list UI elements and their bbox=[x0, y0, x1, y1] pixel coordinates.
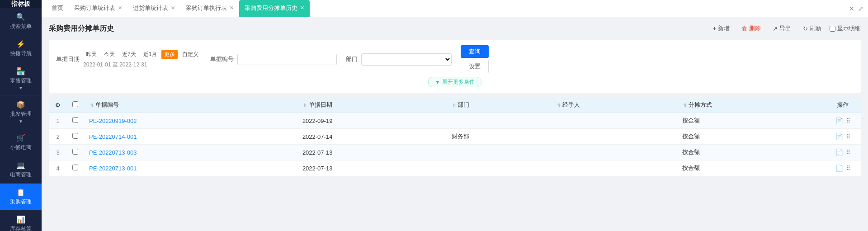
doc-no-link[interactable]: PE-20220713-003 bbox=[89, 149, 137, 156]
td-handler bbox=[551, 113, 677, 129]
sidebar-item-label: 批发管理 bbox=[0, 110, 42, 118]
doc-no-link[interactable]: PE-20220713-001 bbox=[89, 165, 137, 172]
td-ops: 📄 ⠿ bbox=[825, 113, 861, 129]
delete-button[interactable]: 🗑 删除 bbox=[738, 23, 764, 34]
show-col-label: 显示明细 bbox=[837, 24, 861, 33]
td-handler bbox=[551, 129, 677, 145]
tab-close-icon[interactable]: ✕ bbox=[230, 5, 234, 11]
td-dept bbox=[446, 160, 551, 176]
sort-icon: ⇅ bbox=[453, 103, 456, 108]
td-split-method: 按金额 bbox=[677, 145, 825, 160]
expand-more-button[interactable]: ▼ 展开更多条件 bbox=[428, 77, 481, 87]
row-checkbox[interactable] bbox=[72, 133, 78, 139]
page-header: 采购费用分摊单历史 + 新增 🗑 删除 ↗ 导出 ↻ 刷新 显示明细 bbox=[49, 23, 861, 34]
wholesale-icon: 📦 bbox=[16, 101, 25, 108]
table-row: 3 PE-20220713-003 2022-07-13 按金额 📄 ⠿ bbox=[49, 145, 861, 160]
td-dept bbox=[446, 145, 551, 160]
inventory-icon: 📊 bbox=[16, 216, 25, 223]
new-button[interactable]: + 新增 bbox=[709, 23, 733, 34]
sidebar-logo: 指标板 bbox=[0, 0, 42, 8]
shortcut-7days[interactable]: 近7天 bbox=[119, 50, 139, 59]
doc-no-link[interactable]: PE-20220919-002 bbox=[89, 118, 137, 124]
close-window-icon[interactable]: ✕ bbox=[849, 5, 854, 12]
tab-close-icon[interactable]: ✕ bbox=[171, 5, 175, 11]
page-title: 采购费用分摊单历史 bbox=[49, 24, 114, 33]
show-col-checkbox[interactable] bbox=[830, 26, 835, 32]
table-header-row: ⚙ ⇅ 单据编号 ⇅ 单据日期 bbox=[49, 97, 861, 113]
sidebar-item-nav[interactable]: ⚡ 快捷导航 bbox=[0, 35, 42, 62]
edit-icon[interactable]: 📄 bbox=[835, 149, 843, 156]
main-area: 首页 采购订单统计表 ✕ 进货单统计表 ✕ 采购订单执行表 ✕ 采购费用分摊单历… bbox=[42, 0, 868, 231]
maximize-icon[interactable]: ⤢ bbox=[858, 5, 863, 12]
shortcut-custom[interactable]: 自定义 bbox=[179, 50, 201, 59]
tab-cost-history[interactable]: 采购费用分摊单历史 ✕ bbox=[239, 0, 310, 17]
td-date: 2022-09-19 bbox=[297, 113, 446, 129]
purchase-icon: 📋 bbox=[16, 189, 25, 196]
ecom-mgmt-icon: 💻 bbox=[16, 161, 25, 169]
sidebar-item-label: 小畅电商 bbox=[0, 144, 42, 151]
shortcut-yesterday[interactable]: 昨天 bbox=[83, 50, 99, 59]
td-doc-no: PE-20220714-001 bbox=[84, 129, 297, 145]
sidebar-item-ecom-mgmt[interactable]: 💻 电商管理 bbox=[0, 156, 42, 184]
tab-purchase-exec[interactable]: 采购订单执行表 ✕ bbox=[180, 0, 239, 17]
sidebar-item-purchase[interactable]: 📋 采购管理 bbox=[0, 184, 42, 211]
tab-label: 进货单统计表 bbox=[133, 4, 168, 12]
tab-close-icon[interactable]: ✕ bbox=[118, 5, 122, 11]
more-icon[interactable]: ⠿ bbox=[846, 165, 850, 172]
show-col-checkbox-group: 显示明细 bbox=[830, 24, 861, 33]
th-checkbox bbox=[67, 97, 84, 113]
tab-label: 采购费用分摊单历史 bbox=[245, 4, 297, 12]
td-ops: 📄 ⠿ bbox=[825, 145, 861, 160]
tab-label: 采购订单执行表 bbox=[186, 4, 227, 12]
row-checkbox[interactable] bbox=[72, 149, 78, 155]
data-table: ⚙ ⇅ 单据编号 ⇅ 单据日期 bbox=[49, 97, 861, 176]
refresh-button[interactable]: ↻ 刷新 bbox=[799, 23, 825, 34]
more-icon[interactable]: ⠿ bbox=[846, 133, 850, 140]
shortcut-more[interactable]: 更多 bbox=[161, 50, 178, 59]
filter-area: 单据日期 昨天 今天 近7天 近1月 更多 自定义 2022-01-01 至 2… bbox=[49, 40, 861, 93]
tab-bar: 首页 采购订单统计表 ✕ 进货单统计表 ✕ 采购订单执行表 ✕ 采购费用分摊单历… bbox=[42, 0, 868, 17]
sidebar-item-inventory[interactable]: 📊 库存核算 bbox=[0, 211, 42, 231]
query-button[interactable]: 查询 bbox=[461, 45, 489, 58]
edit-icon[interactable]: 📄 bbox=[835, 133, 843, 140]
edit-icon[interactable]: 📄 bbox=[835, 165, 843, 172]
gear-icon[interactable]: ⚙ bbox=[55, 102, 61, 108]
date-shortcut-row: 昨天 今天 近7天 近1月 更多 自定义 bbox=[83, 50, 201, 59]
shortcut-1month[interactable]: 近1月 bbox=[141, 50, 160, 59]
date-shortcuts: 昨天 今天 近7天 近1月 更多 自定义 2022-01-01 至 2022-1… bbox=[83, 50, 201, 69]
dept-label: 部门 bbox=[346, 55, 358, 63]
th-split-method: ⇅ 分摊方式 bbox=[677, 97, 825, 113]
edit-icon[interactable]: 📄 bbox=[835, 117, 843, 124]
sidebar-item-search[interactable]: 🔍 搜索菜单 bbox=[0, 8, 42, 35]
sidebar-item-label: 采购管理 bbox=[0, 198, 42, 206]
row-checkbox[interactable] bbox=[72, 117, 78, 123]
select-all-checkbox[interactable] bbox=[72, 101, 78, 107]
tab-home[interactable]: 首页 bbox=[46, 0, 69, 17]
shortcut-today[interactable]: 今天 bbox=[101, 50, 118, 59]
nav-icon: ⚡ bbox=[16, 40, 25, 48]
th-gear: ⚙ bbox=[49, 97, 67, 113]
filter-row: 单据日期 昨天 今天 近7天 近1月 更多 自定义 2022-01-01 至 2… bbox=[56, 45, 854, 73]
more-icon[interactable]: ⠿ bbox=[846, 149, 850, 156]
doc-no-input[interactable] bbox=[237, 54, 337, 65]
export-button[interactable]: ↗ 导出 bbox=[769, 23, 795, 34]
th-doc-no: ⇅ 单据编号 bbox=[84, 97, 297, 113]
tab-purchase-order-stat[interactable]: 采购订单统计表 ✕ bbox=[69, 0, 127, 17]
row-num: 2 bbox=[49, 129, 67, 145]
th-dept: ⇅ 部门 bbox=[446, 97, 551, 113]
sidebar-item-retail[interactable]: 🏪 零售管理 ▼ bbox=[0, 62, 42, 96]
tab-home-label: 首页 bbox=[52, 4, 63, 12]
tab-close-icon[interactable]: ✕ bbox=[300, 5, 304, 11]
sidebar-item-wholesale[interactable]: 📦 批发管理 ▼ bbox=[0, 96, 42, 129]
doc-no-link[interactable]: PE-20220714-001 bbox=[89, 133, 137, 140]
td-ops: 📄 ⠿ bbox=[825, 160, 861, 176]
table-row: 4 PE-20220713-001 2022-07-13 按金额 📄 ⠿ bbox=[49, 160, 861, 176]
sidebar-item-ecom[interactable]: 🛒 小畅电商 bbox=[0, 129, 42, 156]
dept-select[interactable] bbox=[361, 53, 452, 66]
sidebar-item-label: 库存核算 bbox=[0, 225, 42, 231]
tab-inbound-stat[interactable]: 进货单统计表 ✕ bbox=[127, 0, 180, 17]
setting-button[interactable]: 设置 bbox=[461, 60, 489, 73]
row-checkbox[interactable] bbox=[72, 165, 78, 170]
more-icon[interactable]: ⠿ bbox=[846, 117, 850, 124]
sidebar-item-label: 搜索菜单 bbox=[0, 23, 42, 30]
